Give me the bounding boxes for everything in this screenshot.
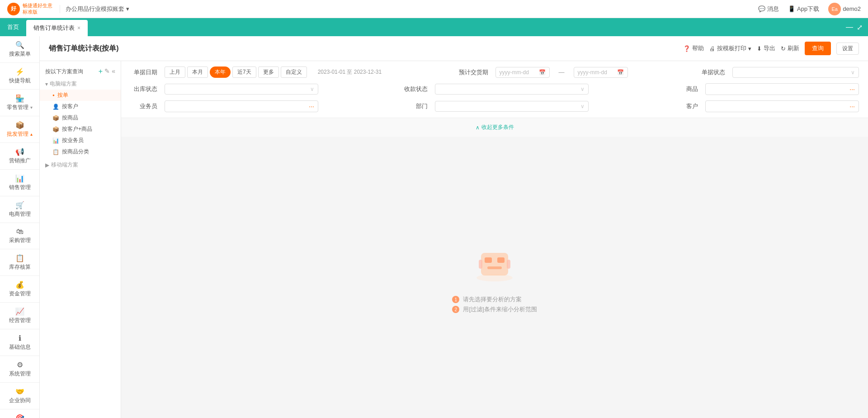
- finance-icon: 💰: [0, 280, 39, 289]
- scheme-by-customer-product[interactable]: 📦 按客户+商品: [40, 124, 121, 135]
- sidebar-item-wholesale[interactable]: 📦 批发管理 ▴: [0, 116, 39, 143]
- customer-ellipsis[interactable]: ···: [849, 103, 855, 110]
- refresh-btn[interactable]: ↻ 刷新: [781, 44, 799, 52]
- collapse-panel-icon[interactable]: «: [112, 67, 115, 76]
- message-icon: 💬: [758, 5, 765, 12]
- date-btn-custom[interactable]: 自定义: [281, 66, 307, 78]
- svg-rect-2: [485, 257, 492, 263]
- tab-sales-stats[interactable]: 销售订单统计表 ×: [26, 20, 88, 36]
- sidebar-item-search[interactable]: 🔍 搜索菜单: [0, 36, 39, 63]
- dept-chevron-icon: ∨: [580, 103, 585, 109]
- goods-ellipsis[interactable]: ···: [849, 86, 855, 93]
- calendar-start-icon: 📅: [539, 69, 546, 76]
- status-select[interactable]: ∨: [732, 67, 859, 78]
- dept-select[interactable]: ∨: [435, 101, 589, 112]
- left-panel-actions: + ✎ «: [99, 67, 115, 76]
- shipment-chevron-icon: ∨: [310, 86, 314, 92]
- app-selector[interactable]: 办公用品行业模拟账套 ▾: [60, 5, 129, 13]
- refresh-icon: ↻: [781, 45, 786, 52]
- tab-home[interactable]: 首页: [0, 18, 26, 36]
- print-icon: 🖨: [709, 45, 715, 52]
- search-icon: 🔍: [0, 41, 39, 49]
- salesperson-label: 业务员: [130, 102, 157, 110]
- scheme-by-salesperson[interactable]: 📊 按业务员: [40, 135, 121, 146]
- date-btn-this-month[interactable]: 本月: [187, 66, 208, 78]
- customer-input[interactable]: ···: [705, 100, 859, 112]
- sidebar-item-purchase[interactable]: 🛍 采购管理: [0, 223, 39, 249]
- scheme-by-customer[interactable]: 👤 按客户: [40, 101, 121, 112]
- empty-icon: [467, 239, 522, 285]
- scheme-by-product[interactable]: 📦 按商品: [40, 112, 121, 124]
- help-btn[interactable]: ❓ 帮助: [683, 44, 704, 52]
- edit-scheme-icon[interactable]: ✎: [104, 67, 110, 76]
- date-btn-this-year[interactable]: 本年: [210, 66, 231, 78]
- date-btn-more[interactable]: 更多: [258, 66, 279, 78]
- download-btn[interactable]: 📱 App下载: [788, 5, 819, 13]
- hint-num-1: 1: [452, 296, 459, 303]
- sidebar-item-quicknav[interactable]: ⚡ 快捷导航: [0, 63, 39, 90]
- sidebar-item-inventory[interactable]: 📋 库存核算: [0, 249, 39, 276]
- close-tab-icon[interactable]: ×: [77, 25, 80, 31]
- sidebar-item-marketing[interactable]: 📢 营销推广: [0, 143, 39, 170]
- shipment-select[interactable]: ∨: [165, 84, 318, 95]
- svg-rect-1: [481, 253, 508, 276]
- dept-label: 部门: [401, 102, 428, 110]
- ecommerce-icon: 🛒: [0, 201, 39, 209]
- expected-date-start[interactable]: yyyy-mm-dd 📅: [495, 67, 550, 78]
- maximize-icon[interactable]: ⤢: [857, 23, 863, 32]
- active-scheme-dot: ●: [52, 93, 55, 97]
- query-button[interactable]: 查询: [805, 42, 831, 55]
- svg-rect-3: [497, 257, 505, 263]
- expected-date-label: 预计交货期: [452, 68, 488, 76]
- salesperson-input[interactable]: ···: [165, 100, 318, 112]
- minimize-icon[interactable]: —: [846, 23, 853, 31]
- status-label: 单据状态: [698, 68, 725, 76]
- page-title: 销售订单统计表(按单): [49, 44, 119, 59]
- goods-label: 商品: [671, 85, 698, 93]
- sidebar-item-sales[interactable]: 📊 销售管理: [0, 170, 39, 196]
- settings-button[interactable]: 设置: [836, 43, 859, 55]
- sidebar-item-retail[interactable]: 🏪 零售管理 ▾: [0, 90, 39, 116]
- sidebar-item-system[interactable]: ⚙ 系统管理: [0, 356, 39, 383]
- sidebar-item-finance[interactable]: 💰 资金管理: [0, 276, 39, 303]
- message-btn[interactable]: 💬 消息: [758, 5, 779, 13]
- category-arrow-mobile: ▶: [45, 162, 49, 168]
- goods-input[interactable]: ···: [705, 83, 859, 95]
- empty-hints: 1 请先选择要分析的方案 2 用[过滤]条件来缩小分析范围: [452, 294, 537, 315]
- salesperson-ellipsis[interactable]: ···: [309, 103, 314, 110]
- sales-icon: 📊: [0, 174, 39, 183]
- logo-text: 畅捷通好生意 标准版: [23, 3, 52, 14]
- sidebar-item-collab[interactable]: 🤝 企业协同: [0, 383, 39, 409]
- scheme-by-order[interactable]: ● 按单: [40, 90, 121, 101]
- page-header: 销售订单统计表(按单) ❓ 帮助 🖨 按模板打印 ▾ ⬇ 导出 ↻ 刷新: [40, 36, 868, 61]
- svg-rect-4: [487, 266, 502, 269]
- date-btn-7days[interactable]: 近7天: [232, 66, 256, 78]
- query-section: 单据日期 上月 本月 本年 近7天 更多 自定义 2023-01-01 至 20…: [121, 61, 868, 118]
- payment-select[interactable]: ∨: [435, 84, 589, 95]
- scheme-category-pc[interactable]: ▾ 电脑端方案: [40, 78, 121, 90]
- template-print-btn[interactable]: 🖨 按模板打印 ▾: [709, 44, 751, 52]
- filter-row-salesperson: 业务员 ··· 部门 ∨ 客户 ···: [130, 100, 859, 112]
- scheme-by-category[interactable]: 📋 按商品分类: [40, 146, 121, 157]
- empty-state: 1 请先选择要分析的方案 2 用[过滤]条件来缩小分析范围: [121, 137, 868, 418]
- export-btn[interactable]: ⬇ 导出: [757, 44, 775, 52]
- date-dash: —: [559, 69, 565, 76]
- user-area[interactable]: Ea demo2: [828, 3, 861, 15]
- page-actions: ❓ 帮助 🖨 按模板打印 ▾ ⬇ 导出 ↻ 刷新 查询 设置: [683, 42, 859, 61]
- sidebar-item-guide[interactable]: 🎯 新手引导: [0, 409, 39, 418]
- sidebar-item-operations[interactable]: 📈 经营管理: [0, 303, 39, 329]
- nav-tabs: 首页 销售订单统计表 × — ⤢: [0, 18, 868, 36]
- collapse-btn[interactable]: ∧ 收起更多条件: [473, 121, 517, 134]
- sidebar-item-basic-info[interactable]: ℹ 基础信息: [0, 329, 39, 356]
- date-btn-last-month[interactable]: 上月: [165, 66, 185, 78]
- add-scheme-icon[interactable]: +: [99, 67, 103, 76]
- sidebar-item-ecommerce[interactable]: 🛒 电商管理: [0, 196, 39, 223]
- top-bar-left: 好 畅捷通好生意 标准版 办公用品行业模拟账套 ▾: [7, 3, 129, 15]
- help-icon: ❓: [683, 45, 690, 52]
- salesperson-icon: 📊: [52, 138, 59, 144]
- export-icon: ⬇: [757, 45, 762, 52]
- right-content: 单据日期 上月 本月 本年 近7天 更多 自定义 2023-01-01 至 20…: [121, 61, 868, 418]
- scheme-category-mobile[interactable]: ▶ 移动端方案: [40, 159, 121, 171]
- expected-date-end[interactable]: yyyy-mm-dd 📅: [574, 67, 628, 78]
- date-label: 单据日期: [130, 68, 157, 76]
